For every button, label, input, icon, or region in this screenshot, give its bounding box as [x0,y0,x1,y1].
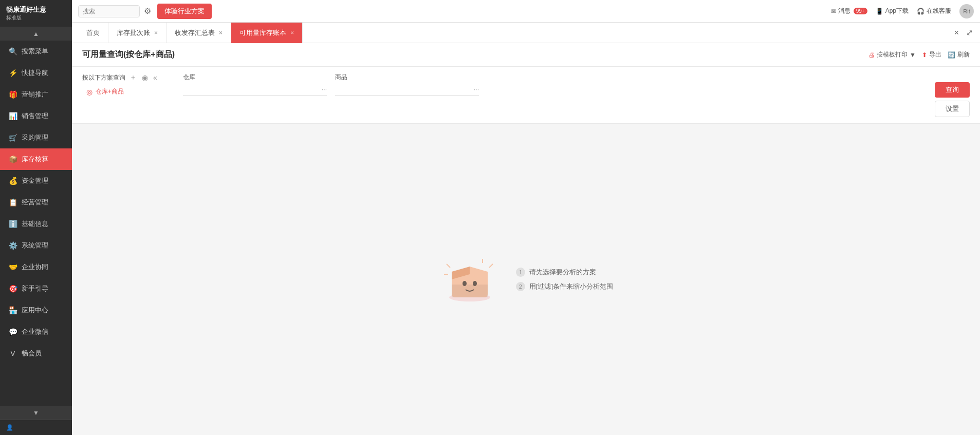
sidebar-label-member: 畅会员 [22,349,42,358]
warehouse-label: 仓库 [183,73,327,82]
empty-tips: 1 请先选择要分析的方案 2 用[过滤]条件来缩小分析范围 [516,268,613,291]
sidebar-label-appstore: 应用中心 [22,306,48,315]
sidebar-label-basic: 基础信息 [22,219,48,229]
tabbar: 首页库存批次账×收发存汇总表×可用量库存账本× × ⤢ [72,23,980,43]
product-more-button[interactable]: ··· [474,86,479,93]
warehouse-more-button[interactable]: ··· [322,86,327,93]
sidebar-icon-shortcut: ⚡ [8,69,17,77]
query-buttons: 查询 设置 [935,73,970,117]
online-service-label: 在线客服 [927,7,951,15]
sidebar-item-wechat[interactable]: 💬 企业微信 [0,321,72,343]
headset-icon: 🎧 [917,8,924,15]
page-header-actions: 🖨 按模板打印 ▼ ⬆ 导出 🔄 刷新 [868,50,970,59]
topbar: ⚙ 体验行业方案 ✉ 消息 99+ 📱 App下载 🎧 在线客服 Rit [72,0,980,23]
filter-schemes-header: 按以下方案查询 ＋ ◉ « [82,73,175,82]
user-avatar[interactable]: Rit [959,4,974,18]
sidebar-item-enterprise[interactable]: 🤝 企业协同 [0,256,72,278]
sidebar-scroll-up[interactable]: ▲ [0,27,72,41]
sidebar-icon-purchase: 🛒 [8,134,17,142]
tab-home[interactable]: 首页 [78,23,108,43]
industry-solution-button[interactable]: 体验行业方案 [157,4,212,19]
sidebar-item-basic[interactable]: ℹ️ 基础信息 [0,213,72,235]
sidebar-item-system[interactable]: ⚙️ 系统管理 [0,235,72,256]
search-input[interactable] [78,5,140,17]
warehouse-input[interactable] [183,86,319,93]
filter-row: 按以下方案查询 ＋ ◉ « ◎ 仓库+商品 仓库 [82,73,970,117]
add-scheme-button[interactable]: ＋ [128,73,138,82]
scheme-item-warehouse-product[interactable]: ◎ 仓库+商品 [82,85,175,98]
sidebar-item-inventory[interactable]: 📦 库存核算 [0,148,72,170]
empty-tip-1: 1 请先选择要分析的方案 [516,268,613,277]
sidebar-label-finance: 资金管理 [22,176,48,185]
tab-label-available-ledger: 可用量库存账本 [239,28,286,37]
sidebar-label-system: 系统管理 [22,241,48,250]
export-button[interactable]: ⬆ 导出 [922,50,941,59]
sidebar-brand: 畅康通好生意 标准版 [0,0,72,27]
sidebar-icon-newbie: 🎯 [8,285,17,293]
refresh-button[interactable]: 🔄 刷新 [948,50,970,59]
sidebar-icon-search: 🔍 [8,47,17,55]
sidebar-scroll-area: 🔍 搜索菜单 ⚡ 快捷导航 🎁 营销推广 📊 销售管理 🛒 采购管理 📦 库存核… [0,41,72,406]
tab-label-receipt-summary: 收发存汇总表 [175,28,215,37]
print-dropdown-icon[interactable]: ▼ [910,51,916,59]
empty-tip-2: 2 用[过滤]条件来缩小分析范围 [516,282,613,291]
sidebar-item-purchase[interactable]: 🛒 采购管理 [0,127,72,148]
tip-num-1: 1 [516,268,525,277]
settings-button[interactable]: 设置 [935,101,970,117]
tip-num-2: 2 [516,282,525,291]
sidebar-item-newbie[interactable]: 🎯 新手引导 [0,278,72,299]
tip-text-2: 用[过滤]条件来缩小分析范围 [529,282,613,291]
sidebar-item-search[interactable]: 🔍 搜索菜单 [0,41,72,62]
close-tab-button[interactable]: × [952,26,961,40]
tabbar-controls: × ⤢ [947,26,980,40]
svg-point-5 [463,281,467,286]
tab-close-receipt-summary[interactable]: × [219,29,223,36]
sidebar-item-shortcut[interactable]: ⚡ 快捷导航 [0,62,72,84]
sidebar-icon-marketing: 🎁 [8,90,17,99]
message-item[interactable]: ✉ 消息 99+ [831,7,867,15]
sidebar-item-sales[interactable]: 📊 销售管理 [0,105,72,127]
tab-batch-account[interactable]: 库存批次账× [108,23,167,43]
sidebar-item-member[interactable]: V 畅会员 [0,343,72,364]
sidebar-bottom: 👤 [0,420,72,435]
app-download-item[interactable]: 📱 App下载 [876,7,909,15]
sidebar-icon-operation: 📋 [8,198,17,206]
gear-icon[interactable]: ⚙ [142,4,153,18]
tab-label-batch-account: 库存批次账 [117,28,150,37]
tab-close-batch-account[interactable]: × [154,29,158,36]
product-label: 商品 [335,73,479,82]
empty-state: 1 请先选择要分析的方案 2 用[过滤]条件来缩小分析范围 [72,124,980,435]
sidebar-icon-member: V [8,349,17,357]
online-service-item[interactable]: 🎧 在线客服 [917,7,951,15]
query-button[interactable]: 查询 [935,82,970,98]
edit-scheme-button[interactable]: ◉ [141,73,149,82]
message-icon: ✉ [831,8,836,15]
sidebar-label-wechat: 企业微信 [22,327,48,336]
svg-line-7 [447,264,450,268]
sidebar-icon-system: ⚙️ [8,241,17,250]
refresh-label: 刷新 [957,50,970,59]
sidebar-label-search: 搜索菜单 [22,47,48,56]
export-label: 导出 [929,50,941,59]
sidebar-item-finance[interactable]: 💰 资金管理 [0,170,72,192]
brand-sub: 标准版 [6,14,66,22]
product-input[interactable] [335,86,471,93]
collapse-scheme-button[interactable]: « [152,73,158,82]
svg-line-9 [489,264,493,268]
topbar-right: ✉ 消息 99+ 📱 App下载 🎧 在线客服 Rit [831,4,974,18]
sidebar-label-newbie: 新手引导 [22,284,48,293]
warehouse-field: 仓库 ··· [183,73,327,96]
page-header: 可用量查询(按仓库+商品) 🖨 按模板打印 ▼ ⬆ 导出 🔄 刷新 [72,43,980,67]
sidebar-label-enterprise: 企业协同 [22,262,48,272]
sidebar-item-appstore[interactable]: 🏪 应用中心 [0,299,72,321]
sidebar-item-marketing[interactable]: 🎁 营销推广 [0,84,72,105]
print-button[interactable]: 🖨 按模板打印 ▼ [868,50,916,59]
tab-receipt-summary[interactable]: 收发存汇总表× [167,23,231,43]
sidebar-item-operation[interactable]: 📋 经营管理 [0,192,72,213]
sidebar-scroll-down[interactable]: ▼ [0,406,72,420]
filter-schemes-label: 按以下方案查询 [82,73,125,82]
tab-available-ledger[interactable]: 可用量库存账本× [231,23,303,43]
tab-close-available-ledger[interactable]: × [290,29,294,36]
expand-button[interactable]: ⤢ [964,26,975,40]
sidebar-label-operation: 经营管理 [22,198,48,207]
